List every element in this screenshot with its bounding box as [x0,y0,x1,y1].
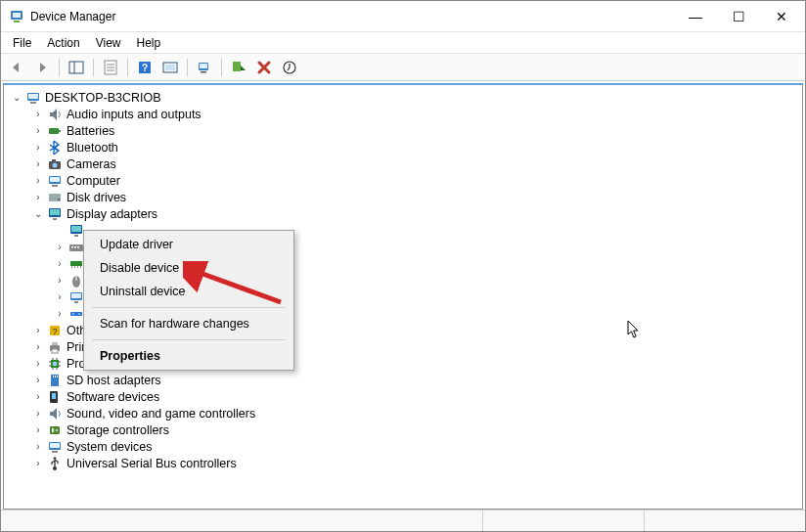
svg-rect-76 [52,428,54,432]
software-icon [47,389,63,405]
ctx-disable-device[interactable]: Disable device [86,256,291,280]
expander-icon[interactable]: › [53,257,67,271]
tree-row[interactable]: ›Software devices [4,388,802,405]
toolbar-show-hide-tree-button[interactable] [65,57,88,78]
expander-icon[interactable]: › [31,390,45,404]
toolbar-help-button[interactable]: ? [133,57,157,78]
camera-icon [47,156,63,172]
tree-row-label: Computer [67,174,120,188]
svg-point-53 [78,313,80,315]
expander-icon[interactable]: › [31,157,45,171]
tree-row-label: Display adapters [67,207,157,221]
tree-row[interactable]: ›Disk drives [4,189,802,205]
ctx-scan-hardware[interactable]: Scan for hardware changes [86,312,291,335]
tree-row-label: Cameras [67,157,116,171]
tree-row[interactable]: ›SD host adapters [4,372,802,388]
keyboard-icon [68,240,84,255]
expander-icon[interactable]: › [31,340,45,354]
expander-icon[interactable]: › [31,191,45,204]
expander-icon[interactable]: › [31,423,45,437]
svg-point-80 [53,466,57,470]
network-icon [68,306,84,322]
tree-row[interactable]: ›Computer [4,172,802,189]
expander-icon[interactable]: › [31,457,45,470]
system-icon [47,439,63,455]
expander-icon[interactable]: › [53,307,67,321]
toolbar-scan-hardware-button[interactable] [193,57,216,78]
tree-row-label: Universal Serial Bus controllers [67,457,237,470]
cpu-icon [47,356,63,372]
svg-rect-32 [50,209,60,215]
tree-row[interactable]: ›Batteries [4,122,802,139]
expander-icon[interactable]: ⌄ [31,207,45,221]
mouse-icon [68,273,84,288]
expander-icon[interactable]: › [53,241,67,254]
tree-row[interactable]: ›Audio inputs and outputs [4,106,802,122]
expander-icon[interactable]: › [53,274,67,288]
toolbar-action-button[interactable] [158,57,182,78]
expander-icon[interactable]: › [31,324,45,337]
app-icon [9,9,24,24]
svg-rect-45 [80,266,81,268]
tree-row[interactable]: ›Cameras [4,155,802,172]
title-bar: Device Manager — ☐ ✕ [1,1,805,32]
sound-icon [47,406,63,421]
svg-text:?: ? [52,327,57,336]
close-button[interactable]: ✕ [760,2,803,31]
svg-rect-36 [74,235,78,237]
menu-view[interactable]: View [88,34,129,52]
ctx-uninstall-device[interactable]: Uninstall device [86,280,291,303]
expander-icon[interactable]: › [31,374,45,387]
tree-row-label: Batteries [67,124,114,138]
tree-row[interactable]: ›System devices [4,438,802,455]
computer-icon [47,173,63,189]
toolbar-uninstall-button[interactable] [252,57,276,78]
svg-rect-39 [74,246,76,248]
expander-icon[interactable]: › [31,174,45,188]
tree-row[interactable]: ›Bluetooth [4,139,802,155]
toolbar-properties-button[interactable] [99,57,122,78]
tree-row[interactable]: ⌄Display adapters [4,205,802,222]
expander-icon[interactable]: ⌄ [10,91,23,105]
maximize-button[interactable]: ☐ [717,2,760,31]
expander-icon[interactable]: › [31,124,45,138]
expander-icon[interactable] [53,224,67,238]
menu-help[interactable]: Help [129,34,169,52]
tree-row[interactable]: ›Storage controllers [4,421,802,438]
toolbar-update-button[interactable] [278,57,301,78]
minimize-button[interactable]: — [674,2,717,31]
status-panel [645,510,805,531]
ctx-properties[interactable]: Properties [86,344,291,368]
svg-rect-40 [77,246,79,248]
expander-icon[interactable]: › [31,108,45,121]
expander-icon[interactable]: › [53,290,67,304]
toolbar-forward-button[interactable] [30,57,54,78]
expander-icon[interactable]: › [31,357,45,371]
svg-rect-28 [52,185,58,187]
tree-row-label: Sound, video and game controllers [67,407,255,421]
tree-row[interactable]: ›Universal Serial Bus controllers [4,455,802,471]
svg-rect-33 [53,218,57,220]
toolbar-separator [187,59,188,76]
menu-action[interactable]: Action [39,34,87,52]
printer-icon [47,339,63,355]
toolbar-back-button[interactable] [5,57,28,78]
toolbar: ? [1,54,805,81]
tree-root-label: DESKTOP-B3CRIOB [45,91,161,105]
toolbar-enable-button[interactable] [227,57,250,78]
battery-icon [47,123,63,139]
ctx-update-driver[interactable]: Update driver [86,233,291,256]
svg-rect-57 [52,342,58,345]
expander-icon[interactable]: › [31,141,45,155]
expander-icon[interactable]: › [31,440,45,454]
svg-rect-60 [53,362,57,366]
computer-icon [25,90,41,106]
svg-rect-71 [57,376,58,377]
svg-rect-16 [233,62,241,71]
expander-icon[interactable]: › [31,407,45,421]
tree-row[interactable]: ›Sound, video and game controllers [4,405,802,421]
tree-root[interactable]: ⌄ DESKTOP-B3CRIOB [4,89,802,106]
svg-rect-3 [69,62,83,73]
menu-file[interactable]: File [5,34,39,52]
svg-rect-22 [59,130,61,132]
